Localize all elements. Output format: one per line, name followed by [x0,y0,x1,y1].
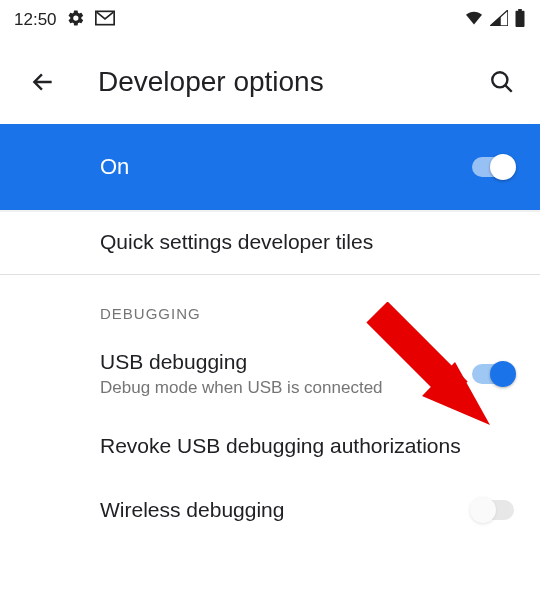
app-bar: Developer options [0,40,540,124]
mail-icon [95,10,115,31]
revoke-usb-auth-row[interactable]: Revoke USB debugging authorizations [0,414,540,478]
wireless-debugging-toggle[interactable] [472,500,514,520]
wireless-debugging-row[interactable]: Wireless debugging [0,478,540,522]
usb-debugging-title: USB debugging [100,350,472,374]
status-bar: 12:50 [0,0,540,40]
master-toggle-row[interactable]: On [0,124,540,210]
master-toggle-label: On [100,154,472,180]
wireless-debugging-label: Wireless debugging [100,498,472,522]
signal-icon [490,10,508,31]
gear-icon [67,9,85,32]
search-button[interactable] [486,69,518,95]
svg-point-3 [492,72,507,87]
battery-icon [514,9,526,32]
section-header-debugging: Debugging [0,275,540,340]
page-title: Developer options [98,66,486,98]
quick-settings-tiles-row[interactable]: Quick settings developer tiles [0,210,540,274]
wifi-icon [464,10,484,31]
revoke-usb-auth-label: Revoke USB debugging authorizations [100,434,514,458]
usb-debugging-row[interactable]: USB debugging Debug mode when USB is con… [0,340,540,414]
back-button[interactable] [30,69,62,95]
usb-debugging-toggle[interactable] [472,364,514,384]
quick-settings-tiles-label: Quick settings developer tiles [100,230,514,254]
master-toggle-switch[interactable] [472,157,514,177]
svg-rect-2 [518,9,522,12]
svg-rect-1 [516,10,525,26]
usb-debugging-subtitle: Debug mode when USB is connected [100,378,472,398]
status-time: 12:50 [14,10,57,30]
